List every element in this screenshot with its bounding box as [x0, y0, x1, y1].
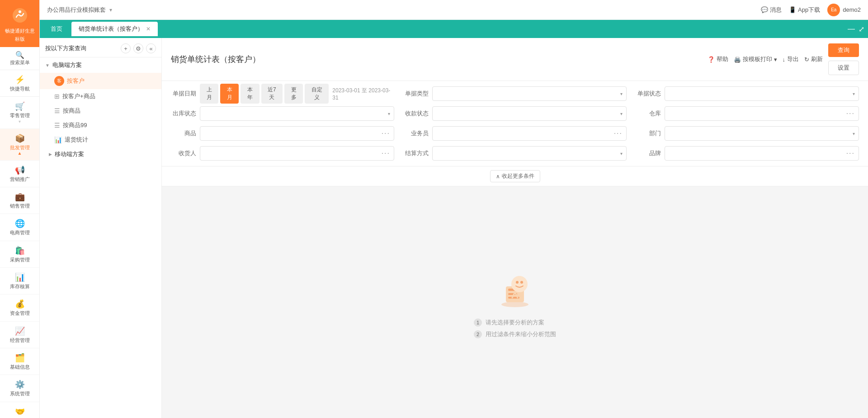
svg-point-1 [19, 10, 21, 13]
by-product99-icon: ☰ [54, 122, 60, 129]
page-title: 销货单统计表（按客户） [171, 54, 260, 65]
add-scheme-btn[interactable]: + [121, 43, 131, 53]
tree-item-customer-product[interactable]: ⊞ 按客户+商品 [40, 89, 161, 104]
download-icon: 📱 [789, 6, 796, 13]
minimize-btn[interactable]: — [848, 25, 855, 33]
tree-item-by-product[interactable]: ☰ 按商品 [40, 104, 161, 118]
query-button[interactable]: 查询 [828, 43, 859, 57]
receiver-dots-icon: ··· [382, 149, 390, 157]
date-btn-custom[interactable]: 自定义 [305, 84, 329, 104]
salesperson-select[interactable]: ··· [432, 126, 627, 141]
tree-group-mobile-header[interactable]: ▶ 移动端方案 [40, 147, 161, 162]
settle-method-select[interactable]: ▾ [432, 146, 627, 161]
user-initial: Ea [831, 7, 836, 12]
tree-item-by-customer[interactable]: 客 按客户 [40, 73, 161, 89]
date-btn-7days[interactable]: 近7天 [261, 84, 283, 104]
date-btn-this-year[interactable]: 本年 [241, 84, 259, 104]
date-btn-last-month[interactable]: 上月 [200, 84, 218, 104]
user-avatar: Ea [827, 4, 840, 16]
sidebar-item-enterprise[interactable]: 🤝 企业协同 [0, 402, 39, 418]
dept-select[interactable]: ▾ [665, 126, 859, 141]
filter-row-1: 单据日期 上月 本月 本年 近7天 更多 自定义 2023-03-01 至 20… [171, 86, 859, 101]
collect-status-select[interactable]: ▾ [432, 106, 627, 121]
user-profile-btn[interactable]: Ea demo2 [827, 4, 861, 16]
workspace-dropdown-icon[interactable]: ▾ [109, 7, 112, 13]
app-download-btn[interactable]: 📱 App下载 [789, 6, 820, 14]
svg-point-9 [520, 281, 523, 284]
filter-receiver-item: 收货人 ··· [171, 146, 394, 161]
brand-select[interactable]: ··· [665, 146, 859, 161]
sidebar-logo: 畅捷通好生意 标版 [0, 0, 39, 47]
tree-group-pc-header[interactable]: ▼ 电脑端方案 [40, 57, 161, 73]
out-status-select[interactable]: ▾ [200, 106, 394, 121]
order-status-select[interactable]: ▾ [665, 86, 859, 101]
warehouse-select[interactable]: ··· [665, 106, 859, 121]
tree-item-by-product99[interactable]: ☰ 按商品99 [40, 118, 161, 133]
sidebar-item-inventory[interactable]: 📊 库存核算 [0, 268, 39, 294]
tip-1-num: 1 [474, 318, 482, 327]
tab-home[interactable]: 首页 [43, 22, 70, 36]
filter-salesperson-item: 业务员 ··· [403, 126, 627, 141]
tree-item-return-stat[interactable]: 📊 退货统计 [40, 133, 161, 147]
left-panel: 按以下方案查询 + ⚙ « ▼ 电脑端方案 客 按客 [40, 38, 162, 418]
maximize-btn[interactable]: ⤢ [859, 25, 864, 33]
sidebar-sub-text: 标版 [15, 36, 25, 43]
sidebar-item-system[interactable]: ⚙️ 系统管理 [0, 375, 39, 402]
settings-button[interactable]: 设置 [828, 61, 859, 75]
tab-sales-stat[interactable]: 销货单统计表（按客户） ✕ [71, 22, 158, 36]
sidebar-basic-label: 基础信息 [10, 364, 30, 370]
help-btn[interactable]: ❓ 帮助 [708, 55, 728, 63]
print-label: 按模板打印 [743, 55, 772, 63]
return-stat-label: 退货统计 [65, 136, 88, 144]
message-icon: 💬 [761, 6, 768, 13]
enterprise-icon: 🤝 [15, 407, 25, 417]
export-btn[interactable]: ↓ 导出 [783, 55, 799, 63]
salesperson-dots-icon: ··· [614, 129, 623, 138]
date-btn-more[interactable]: 更多 [284, 84, 303, 104]
order-status-arrow-icon: ▾ [853, 91, 855, 96]
sidebar-item-marketing[interactable]: 📢 营销推广 [0, 161, 39, 187]
wholesale-icon: 📦 [15, 133, 25, 143]
sidebar-search-item[interactable]: 🔍 搜索菜单 [0, 47, 39, 70]
collapse-panel-btn[interactable]: « [146, 43, 156, 53]
tip-1-text: 请先选择要分析的方案 [486, 318, 544, 327]
sidebar-item-wholesale[interactable]: 📦 批发管理 ▲ [0, 129, 39, 161]
brand-label: 品牌 [636, 149, 661, 157]
print-btn[interactable]: 🖨️ 按模板打印 ▾ [734, 55, 777, 63]
date-btn-this-month[interactable]: 本月 [220, 84, 239, 104]
refresh-btn[interactable]: ↻ 刷新 [804, 55, 823, 63]
product-select[interactable]: ··· [200, 126, 394, 141]
collapse-more-btn[interactable]: ∧ 收起更多条件 [490, 170, 540, 182]
sidebar-item-basic[interactable]: 🗂️ 基础信息 [0, 348, 39, 375]
topbar-right: 💬 消息 📱 App下载 Ea demo2 [761, 4, 861, 16]
by-product99-label: 按商品99 [63, 121, 87, 129]
message-btn[interactable]: 💬 消息 [761, 6, 782, 14]
sidebar-item-quicknav[interactable]: ⚡ 快捷导航 [0, 70, 39, 97]
home-tab-label: 首页 [51, 25, 62, 33]
receiver-select[interactable]: ··· [200, 146, 394, 161]
by-product-icon: ☰ [54, 107, 60, 114]
ecommerce-icon: 🌐 [15, 218, 25, 228]
filter-brand-item: 品牌 ··· [636, 146, 859, 161]
collapse-bar: ∧ 收起更多条件 [162, 166, 868, 186]
sidebar-item-sales[interactable]: 💼 销售管理 [0, 187, 39, 214]
collect-status-label: 收款状态 [403, 109, 429, 118]
sales-stat-tab-label: 销货单统计表（按客户） [79, 25, 143, 33]
sidebar-item-operation[interactable]: 📈 经营管理 [0, 322, 39, 348]
download-label: App下载 [798, 6, 820, 14]
sidebar-sales-label: 销售管理 [10, 203, 30, 209]
sidebar-item-finance[interactable]: 💰 资金管理 [0, 294, 39, 321]
order-type-select[interactable]: ▾ [432, 86, 627, 101]
filter-collect-status-item: 收款状态 ▾ [403, 106, 627, 121]
sidebar-item-ecommerce[interactable]: 🌐 电商管理 [0, 214, 39, 241]
sidebar-item-purchase[interactable]: 🛍️ 采购管理 [0, 241, 39, 268]
dept-label: 部门 [636, 129, 661, 138]
sidebar-item-retail[interactable]: 🛒 零售管理 ▾ [0, 97, 39, 128]
settings-scheme-btn[interactable]: ⚙ [133, 43, 143, 53]
customer-product-label: 按客户+商品 [62, 92, 95, 100]
user-name: demo2 [843, 6, 861, 13]
tip-2-text: 用过滤条件来缩小分析范围 [486, 330, 556, 338]
tab-close-icon[interactable]: ✕ [146, 26, 151, 32]
tip-2-num: 2 [474, 330, 482, 338]
by-customer-icon: 客 [54, 76, 64, 86]
